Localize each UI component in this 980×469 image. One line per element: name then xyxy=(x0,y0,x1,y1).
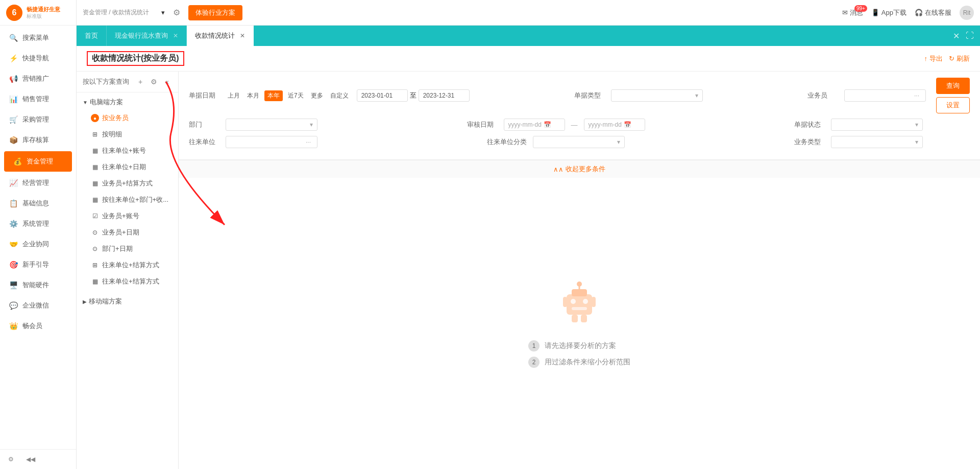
unit-category-select[interactable]: ▾ xyxy=(533,136,625,148)
sidebar-finance-icon: 💰 xyxy=(12,156,22,167)
date-btn-this-year[interactable]: 本年 xyxy=(264,90,283,101)
app-download-btn[interactable]: 📱 App下载 xyxy=(871,8,906,17)
biz-type-select[interactable]: ▾ xyxy=(831,136,923,148)
sidebar-item-sales[interactable]: 📊销售管理 xyxy=(0,89,76,109)
scheme-item-by-staff[interactable]: ● 按业务员 xyxy=(77,110,178,126)
step-1-label: 请先选择要分析的方案 xyxy=(545,341,616,350)
scheme-item-staff-settle[interactable]: ▦ 业务员+结算方式 xyxy=(77,175,178,192)
sidebar-item-wechat[interactable]: 💬企业微信 xyxy=(0,295,76,316)
sidebar-item-search[interactable]: 🔍搜索菜单 xyxy=(0,28,76,48)
sidebar-item-finance[interactable]: 💰资金管理 xyxy=(4,151,72,172)
message-btn[interactable]: ✉ 消息 99+ xyxy=(842,8,863,17)
scheme-icon: ▦ xyxy=(91,277,99,286)
close-window-icon[interactable]: ✕ xyxy=(953,31,960,41)
sidebar-item-label: 营销推广 xyxy=(22,74,49,83)
tab-bank-close[interactable]: ✕ xyxy=(173,32,178,39)
scheme-item-unit-settle2[interactable]: ▦ 往来单位+结算方式 xyxy=(77,273,178,290)
group-expand-icon: ▼ xyxy=(83,100,88,105)
sidebar-item-purchase[interactable]: 🛒采购管理 xyxy=(0,109,76,130)
settings-scheme-btn[interactable]: ⚙ xyxy=(149,77,159,87)
unit-select[interactable]: ··· xyxy=(226,136,317,148)
date-btn-custom[interactable]: 自定义 xyxy=(328,90,351,101)
date-btn-this-month[interactable]: 本月 xyxy=(245,90,261,101)
trial-button[interactable]: 体验行业方案 xyxy=(188,5,242,20)
add-scheme-btn[interactable]: + xyxy=(135,77,145,87)
export-icon: ↑ xyxy=(924,55,928,62)
user-avatar[interactable]: Rit xyxy=(960,6,974,20)
scheme-item-by-detail[interactable]: ⊞ 按明细 xyxy=(77,126,178,143)
scheme-item-dept-date[interactable]: ⊙ 部门+日期 xyxy=(77,241,178,257)
tab-receipt[interactable]: 收款情况统计 ✕ xyxy=(187,26,254,46)
query-button[interactable]: 查询 xyxy=(936,78,970,94)
topbar-gear-icon[interactable]: ⚙ xyxy=(173,8,180,17)
sidebar-item-label: 畅会员 xyxy=(22,321,42,331)
sidebar-item-coop[interactable]: 🤝企业协同 xyxy=(0,234,76,254)
collapse-bar[interactable]: ∧∧ 收起更多条件 xyxy=(179,160,980,178)
doc-status-label: 单据状态 xyxy=(794,120,825,129)
collapse-sidebar-icon[interactable]: ◀◀ xyxy=(22,454,39,465)
sidebar-item-marketing[interactable]: 📢营销推广 xyxy=(0,68,76,89)
date-to-input[interactable] xyxy=(419,89,470,102)
unit-label: 往来单位 xyxy=(189,137,219,147)
tab-home[interactable]: 首页 xyxy=(77,26,107,46)
sidebar-item-basic[interactable]: 📋基础信息 xyxy=(0,193,76,214)
sidebar-hardware-icon: 🖥️ xyxy=(8,280,18,290)
dept-label: 部门 xyxy=(189,120,219,129)
left-panel-title: 按以下方案查询 xyxy=(83,77,129,86)
sidebar-item-system[interactable]: ⚙️系统管理 xyxy=(0,214,76,234)
scheme-item-unit-settle1[interactable]: ⊞ 往来单位+结算方式 xyxy=(77,257,178,273)
refresh-button[interactable]: ↻ 刷新 xyxy=(949,54,970,63)
step-1-num: 1 xyxy=(528,340,540,351)
topbar-dropdown-icon[interactable]: ▾ xyxy=(161,9,165,16)
logo-text: 畅捷通好生意 标准版 xyxy=(27,6,60,19)
sidebar-item-guide[interactable]: 🎯新手引导 xyxy=(0,254,76,275)
audit-to-input[interactable]: yyyy-mm-dd 📅 xyxy=(584,119,645,131)
scheme-icon: ▦ xyxy=(91,147,99,155)
scheme-item-staff-account[interactable]: ☑ 业务员+账号 xyxy=(77,208,178,224)
sidebar-nav: 🔍搜索菜单⚡快捷导航📢营销推广📊销售管理🛒采购管理📦库存核算💰资金管理📈经营管理… xyxy=(0,26,76,449)
date-btn-7days[interactable]: 近7天 xyxy=(286,90,306,101)
scheme-group-pc-title[interactable]: ▼ 电脑端方案 xyxy=(77,95,178,110)
collapse-panel-btn[interactable]: « xyxy=(162,77,172,87)
date-btn-last-month[interactable]: 上月 xyxy=(226,90,242,101)
scheme-item-unit-account[interactable]: ▦ 往来单位+账号 xyxy=(77,143,178,159)
tab-receipt-close[interactable]: ✕ xyxy=(240,32,245,39)
svg-rect-6 xyxy=(572,307,587,310)
sidebar-item-inventory[interactable]: 📦库存核算 xyxy=(0,130,76,150)
doc-type-select[interactable]: ▾ xyxy=(611,89,703,102)
audit-from-input[interactable]: yyyy-mm-dd 📅 xyxy=(504,119,565,131)
date-btn-more[interactable]: 更多 xyxy=(309,90,325,101)
scheme-item-staff-date[interactable]: ⊙ 业务员+日期 xyxy=(77,224,178,241)
sidebar-item-quick[interactable]: ⚡快捷导航 xyxy=(0,48,76,68)
sidebar-item-operation[interactable]: 📈经营管理 xyxy=(0,173,76,193)
svg-rect-1 xyxy=(572,289,587,296)
filter-row-1: 单据日期 上月 本月 本年 近7天 更多 自定义 至 xyxy=(189,78,970,113)
sidebar-item-member[interactable]: 👑畅会员 xyxy=(0,316,76,336)
active-indicator: ● xyxy=(91,114,99,122)
settings-icon[interactable]: ⚙ xyxy=(4,454,18,465)
staff-more-icon: ··· xyxy=(914,92,919,99)
refresh-icon: ↻ xyxy=(949,55,954,62)
tab-bank[interactable]: 现金银行流水查询 ✕ xyxy=(107,26,187,46)
sidebar-item-hardware[interactable]: 🖥️智能硬件 xyxy=(0,275,76,295)
dept-select[interactable]: ▾ xyxy=(226,119,317,131)
filter-row-2: 部门 ▾ 审核日期 yyyy-mm-dd 📅 — y xyxy=(189,119,970,131)
settings-button[interactable]: 设置 xyxy=(936,97,970,113)
scheme-icon: ⊞ xyxy=(91,130,99,138)
sidebar-purchase-icon: 🛒 xyxy=(8,114,18,125)
export-button[interactable]: ↑ 导出 xyxy=(924,54,943,63)
staff-select[interactable]: ··· xyxy=(844,89,926,102)
sidebar-item-label: 新手引导 xyxy=(22,260,49,269)
scheme-item-unit-date[interactable]: ▦ 往来单位+日期 xyxy=(77,159,178,175)
fullscreen-icon[interactable]: ⛶ xyxy=(966,31,974,40)
online-service-btn[interactable]: 🎧 在线客服 xyxy=(915,8,951,17)
scheme-item-unit-dept[interactable]: ▦ 按往来单位+部门+收... xyxy=(77,192,178,208)
doc-status-select[interactable]: ▾ xyxy=(831,119,923,131)
doc-type-chevron: ▾ xyxy=(695,92,698,99)
sidebar-search-icon: 🔍 xyxy=(8,33,18,43)
sidebar-bottom: ⚙ ◀◀ xyxy=(0,449,76,469)
calendar2-icon: 📅 xyxy=(624,121,631,128)
scheme-icon: ⊞ xyxy=(91,261,99,269)
scheme-group-mobile-title[interactable]: ▶ 移动端方案 xyxy=(77,294,178,309)
date-from-input[interactable] xyxy=(357,89,408,102)
